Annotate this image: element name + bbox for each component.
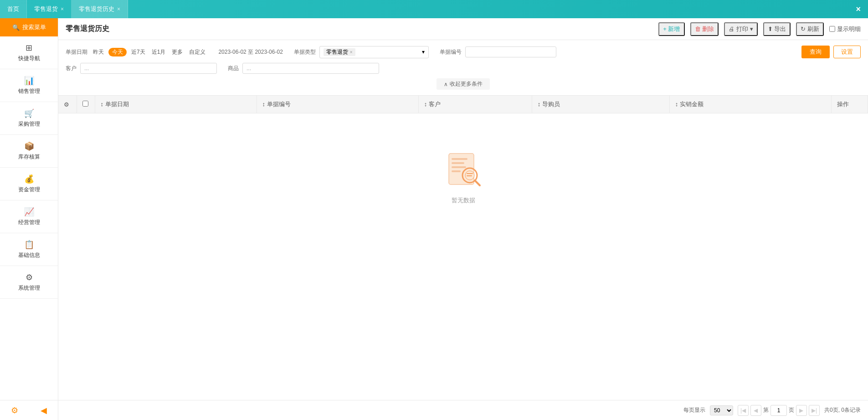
page-prev-button[interactable]: ◀ [750, 405, 761, 416]
sidebar-item-system[interactable]: ⚙ 系统管理 [0, 266, 58, 299]
export-label: ⬆ 导出 [768, 25, 786, 33]
display-detail-label: 显示明细 [837, 25, 861, 33]
th-doc-date-label: ↕ 单据日期 [101, 101, 129, 108]
filter-area: 单据日期 昨天 今天 近7天 近1月 更多 自定义 2023-06-02 至 2… [58, 40, 868, 96]
refresh-label: ↻ 刷新 [801, 25, 819, 33]
sidebar-item-inventory-label: 库存核算 [18, 153, 40, 161]
sidebar-item-basic-info-label: 基础信息 [18, 251, 40, 259]
window-close-button[interactable]: × [856, 5, 861, 14]
goods-label: 商品 [228, 65, 239, 72]
page-size-select[interactable]: 50 10 20 100 [710, 405, 733, 415]
th-guide[interactable]: ↕ 导购员 [532, 96, 669, 113]
basic-info-icon: 📋 [24, 240, 34, 250]
th-doc-date[interactable]: ↕ 单据日期 [95, 96, 257, 113]
page-next-button[interactable]: ▶ [796, 405, 807, 416]
select-all-checkbox[interactable] [82, 101, 88, 107]
print-dropdown-icon: ▾ [750, 26, 753, 32]
th-customer[interactable]: ↕ 客户 [418, 96, 532, 113]
date-filter-group: 单据日期 昨天 今天 近7天 近1月 更多 自定义 [66, 48, 207, 56]
sidebar-menu: ⊞ 快捷导航 📊 销售管理 🛒 采购管理 📦 库存核算 💰 资金管理 📈 [0, 36, 58, 400]
sidebar-item-basic-info[interactable]: 📋 基础信息 [0, 233, 58, 266]
sidebar-item-operation[interactable]: 📈 经营管理 [0, 200, 58, 233]
sidebar-settings-icon[interactable]: ⚙ [11, 405, 18, 415]
customer-select[interactable]: ... [80, 63, 217, 74]
shortcut-today[interactable]: 今天 [108, 48, 127, 56]
sidebar-search-label: 搜索菜单 [22, 23, 46, 31]
tab-retail-return-history-close[interactable]: × [117, 6, 120, 12]
th-actions: 操作 [832, 96, 868, 113]
tab-retail-return-close[interactable]: × [61, 6, 64, 12]
export-button[interactable]: ⬆ 导出 [763, 22, 791, 36]
svg-line-7 [475, 180, 480, 185]
query-button[interactable]: 查询 [801, 46, 830, 58]
page-input[interactable] [770, 405, 787, 416]
empty-text: 暂无数据 [452, 196, 475, 205]
th-customer-label: ↕ 客户 [424, 101, 441, 108]
doc-type-tag-remove[interactable]: × [350, 50, 353, 55]
filter-row-2: 客户 ... 商品 ... [66, 63, 861, 74]
quick-nav-icon: ⊞ [26, 43, 32, 53]
sidebar-item-operation-label: 经营管理 [18, 219, 40, 226]
tab-home[interactable]: 首页 [0, 0, 27, 18]
shortcut-7days[interactable]: 近7天 [129, 48, 147, 56]
top-bar-right: × [848, 5, 868, 14]
setting-button[interactable]: 设置 [833, 46, 861, 58]
collapse-button[interactable]: ∧ 收起更多条件 [437, 78, 490, 90]
shortcut-1month[interactable]: 近1月 [150, 48, 168, 56]
new-button[interactable]: + 新增 [658, 22, 684, 36]
date-range-value: 2023-06-02 至 2023-06-02 [218, 48, 282, 56]
svg-rect-3 [452, 166, 466, 168]
shortcut-custom[interactable]: 自定义 [187, 48, 207, 56]
sidebar-item-purchase-label: 采购管理 [18, 120, 40, 128]
delete-button[interactable]: 🗑 删除 [690, 22, 719, 36]
th-doc-no[interactable]: ↕ 单据编号 [257, 96, 418, 113]
inventory-icon: 📦 [24, 141, 34, 151]
pagination: 每页显示 50 10 20 100 |◀ ◀ 第 页 ▶ ▶| 共0页, 0条记… [58, 400, 868, 420]
sales-icon: 📊 [24, 76, 34, 86]
svg-rect-4 [452, 170, 461, 172]
page-first-button[interactable]: |◀ [738, 405, 749, 416]
data-table: ⚙ ↕ 单据日期 ↕ 单据编号 ↕ 客户 [58, 96, 868, 113]
svg-rect-2 [452, 162, 464, 164]
page-title: 零售退货历史 [66, 24, 109, 34]
goods-select[interactable]: ... [242, 63, 379, 74]
doc-type-filter-group: 单据类型 零售退货 × ▾ [294, 46, 429, 58]
tab-home-label: 首页 [7, 5, 19, 13]
operation-icon: 📈 [24, 207, 34, 217]
page-last-button[interactable]: ▶| [809, 405, 820, 416]
sidebar-collapse-icon[interactable]: ◀ [41, 405, 47, 415]
shortcut-yesterday[interactable]: 昨天 [91, 48, 106, 56]
th-settings[interactable]: ⚙ [58, 96, 77, 113]
tab-retail-return[interactable]: 零售退货 × [27, 0, 72, 18]
empty-state: 暂无数据 [58, 113, 868, 223]
sidebar: 🔍 搜索菜单 ⊞ 快捷导航 📊 销售管理 🛒 采购管理 📦 库存核算 💰 [0, 18, 58, 420]
th-doc-no-label: ↕ 单据编号 [262, 101, 291, 108]
th-amount[interactable]: ↕ 实销金额 [669, 96, 831, 113]
content-area: 零售退货历史 + 新增 🗑 删除 🖨 打印 ▾ ⬆ 导出 ↻ 刷新 [58, 18, 868, 420]
sidebar-item-sales[interactable]: 📊 销售管理 [0, 69, 58, 102]
shortcut-more[interactable]: 更多 [170, 48, 185, 56]
sidebar-item-inventory[interactable]: 📦 库存核算 [0, 135, 58, 168]
goods-placeholder: ... [247, 65, 251, 72]
print-button[interactable]: 🖨 打印 ▾ [724, 22, 758, 36]
doc-no-label: 单据编号 [440, 48, 462, 56]
sidebar-item-purchase[interactable]: 🛒 采购管理 [0, 102, 58, 135]
sidebar-item-quick-nav[interactable]: ⊞ 快捷导航 [0, 36, 58, 69]
collapse-icon: ∧ [444, 81, 448, 87]
doc-type-dropdown-icon: ▾ [422, 49, 425, 55]
sidebar-item-finance[interactable]: 💰 资金管理 [0, 168, 58, 200]
purchase-icon: 🛒 [24, 108, 34, 118]
date-filter-label: 单据日期 [66, 48, 87, 56]
sidebar-search[interactable]: 🔍 搜索菜单 [0, 18, 58, 36]
tab-retail-return-history[interactable]: 零售退货历史 × [72, 0, 128, 18]
doc-no-input[interactable] [465, 46, 556, 57]
table-header-row: ⚙ ↕ 单据日期 ↕ 单据编号 ↕ 客户 [58, 96, 868, 113]
search-icon: 🔍 [12, 24, 20, 31]
th-checkbox[interactable] [77, 96, 95, 113]
display-detail-checkbox[interactable] [829, 26, 835, 32]
doc-type-select[interactable]: 零售退货 × ▾ [319, 46, 429, 58]
refresh-button[interactable]: ↻ 刷新 [796, 22, 824, 36]
page-nav: |◀ ◀ 第 页 ▶ ▶| [738, 405, 820, 416]
customer-placeholder: ... [84, 65, 89, 72]
doc-type-tag-label: 零售退货 [326, 48, 348, 56]
